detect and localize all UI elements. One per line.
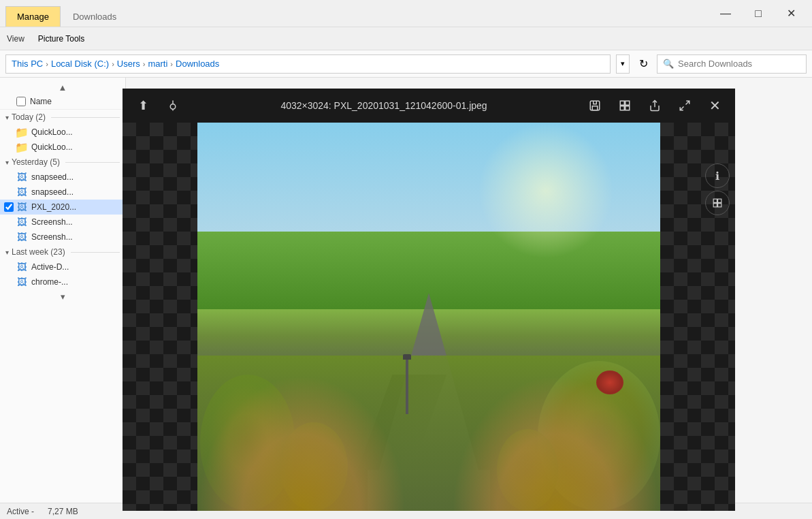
lamp-head (403, 354, 411, 360)
scroll-up-arrow[interactable]: ▲ (0, 80, 125, 94)
list-item[interactable]: 🖼 Active-D... (0, 260, 125, 274)
list-item[interactable]: 🖼 Screensh... (0, 215, 125, 230)
list-item[interactable]: 🖼 snapseed... (0, 185, 125, 200)
image-icon: 🖼 (16, 202, 27, 213)
viewer-save-button[interactable] (583, 93, 607, 118)
viewer-fullscreen-button[interactable] (672, 93, 697, 118)
breadcrumb-downloads[interactable]: Downloads (176, 59, 219, 69)
ribbon-picture-tools[interactable]: Picture Tools (38, 34, 84, 44)
minimize-button[interactable]: — (710, 3, 741, 24)
breadcrumb-marti[interactable]: marti (148, 59, 167, 69)
file-name: Screensh... (31, 232, 73, 242)
title-bar-controls: — □ ✕ (710, 3, 807, 24)
svg-line-11 (680, 107, 683, 110)
section-yesterday[interactable]: ▾ Yesterday (5) (0, 155, 125, 170)
viewer-share-button[interactable] (643, 93, 667, 118)
file-panel: ▲ Name ▾ Today (2) 📁 QuickLoo... 📁 Quick… (0, 78, 126, 503)
select-all-checkbox[interactable] (16, 97, 26, 106)
image-icon: 🖼 (16, 217, 27, 227)
name-column-header: Name (30, 97, 52, 106)
sun-glow (478, 123, 614, 259)
svg-rect-4 (592, 106, 598, 110)
image-icon: 🖼 (16, 187, 27, 198)
search-input[interactable] (678, 59, 800, 69)
section-today[interactable]: ▾ Today (2) (0, 110, 125, 125)
file-name: Screensh... (31, 217, 73, 227)
svg-line-10 (686, 101, 689, 104)
file-checkbox[interactable] (4, 202, 14, 212)
list-item[interactable]: 🖼 Screensh... (0, 230, 125, 245)
viewer-grid-button[interactable] (613, 93, 637, 118)
viewer-compare-button[interactable] (705, 191, 730, 215)
photo-viewer: ⬆ 4032×3024: PXL_20201031_121042600-01.j… (123, 89, 735, 511)
status-filesize: 7,27 MB (48, 507, 78, 516)
title-bar-tabs: Manage Downloads (5, 0, 710, 27)
status-selected: Active - (7, 507, 34, 516)
viewer-title: 4032×3024: PXL_20201031_121042600-01.jpe… (191, 100, 577, 111)
list-item[interactable]: 🖼 chrome-... (0, 274, 125, 289)
lamp-post (406, 360, 408, 414)
svg-rect-7 (620, 106, 624, 110)
photo-display (197, 123, 660, 511)
ribbon: View Picture Tools (0, 27, 812, 50)
address-bar: This PC › Local Disk (C:) › Users › mart… (0, 50, 812, 78)
checker-left (123, 123, 197, 511)
scroll-down-arrow[interactable]: ▾ (0, 289, 125, 303)
folder-icon: 📁 (16, 142, 27, 153)
svg-point-1 (170, 104, 176, 110)
lastweek-chevron-icon: ▾ (5, 249, 9, 256)
file-name: QuickLoo... (31, 127, 73, 137)
leaves-right (452, 375, 660, 512)
viewer-side-buttons: ℹ (705, 163, 730, 215)
today-chevron-icon: ▾ (5, 114, 9, 121)
viewer-image-area: ℹ (123, 123, 735, 511)
breadcrumb-localdisk[interactable]: Local Disk (C:) (51, 59, 109, 69)
svg-rect-13 (718, 199, 721, 202)
file-name: PXL_2020... (31, 202, 76, 212)
file-name: snapseed... (31, 172, 74, 182)
svg-rect-8 (626, 106, 630, 110)
title-bar: Manage Downloads — □ ✕ (0, 0, 812, 27)
leaves-left (197, 375, 406, 512)
tab-manage[interactable]: Manage (5, 6, 61, 27)
photo-scene (197, 123, 660, 511)
yesterday-label: Yesterday (5) (12, 157, 60, 167)
svg-rect-15 (718, 204, 721, 207)
viewer-pin-button[interactable] (161, 93, 185, 118)
svg-rect-6 (626, 101, 630, 105)
file-name: QuickLoo... (31, 142, 73, 152)
maximize-button[interactable]: □ (743, 3, 774, 24)
file-name: chrome-... (31, 277, 68, 287)
image-icon: 🖼 (16, 232, 27, 242)
viewer-info-button[interactable]: ℹ (705, 163, 730, 188)
section-lastweek[interactable]: ▾ Last week (23) (0, 245, 125, 260)
search-icon: 🔍 (663, 59, 674, 69)
search-box[interactable]: 🔍 (657, 54, 807, 74)
image-icon: 🖼 (16, 262, 27, 272)
image-icon: 🖼 (16, 277, 27, 287)
svg-rect-12 (713, 199, 717, 202)
svg-rect-5 (620, 101, 624, 105)
viewer-toolbar: ⬆ 4032×3024: PXL_20201031_121042600-01.j… (123, 89, 735, 123)
viewer-up-button[interactable]: ⬆ (131, 93, 155, 118)
close-button[interactable]: ✕ (775, 3, 807, 24)
list-item[interactable]: 🖼 snapseed... (0, 170, 125, 185)
breadcrumb-dropdown[interactable]: ▾ (616, 54, 630, 74)
list-item[interactable]: 📁 QuickLoo... (0, 125, 125, 140)
folder-icon: 📁 (16, 127, 27, 138)
red-bush (596, 371, 623, 394)
lastweek-label: Last week (23) (12, 247, 65, 257)
viewer-close-button[interactable]: ✕ (702, 93, 727, 118)
refresh-button[interactable]: ↻ (634, 54, 653, 74)
yesterday-chevron-icon: ▾ (5, 159, 9, 166)
file-name: Active-D... (31, 262, 69, 272)
file-name: snapseed... (31, 187, 74, 197)
list-item[interactable]: 📁 QuickLoo... (0, 140, 125, 155)
tab-downloads[interactable]: Downloads (62, 6, 127, 27)
breadcrumb-users[interactable]: Users (117, 59, 140, 69)
svg-rect-14 (713, 204, 717, 207)
ribbon-view[interactable]: View (7, 34, 25, 44)
breadcrumb-thispc[interactable]: This PC (12, 59, 43, 69)
breadcrumb[interactable]: This PC › Local Disk (C:) › Users › mart… (5, 54, 611, 74)
list-item[interactable]: 🖼 PXL_2020... (0, 200, 125, 215)
